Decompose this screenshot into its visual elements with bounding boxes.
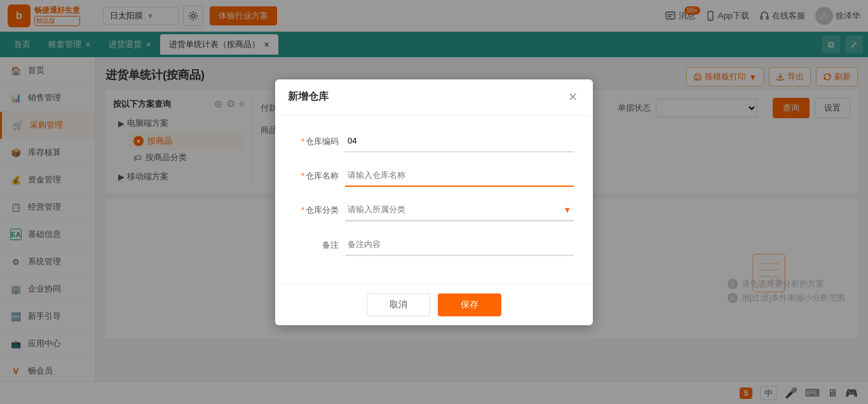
remark-field: 备注 [294,234,574,256]
save-button[interactable]: 保存 [438,293,501,316]
add-warehouse-modal: 新增仓库 ✕ 仓库编码 仓库名称 仓库分类 ▼ [275,79,593,325]
modal-footer: 取消 保存 [275,284,593,325]
warehouse-cat-input[interactable] [345,199,574,221]
warehouse-name-input[interactable] [345,165,574,187]
modal-title: 新增仓库 [288,90,329,104]
warehouse-code-label: 仓库编码 [294,136,345,147]
warehouse-name-label: 仓库名称 [294,170,345,182]
remark-input[interactable] [345,234,574,256]
warehouse-cat-wrapper: ▼ [345,199,574,222]
modal-close-btn[interactable]: ✕ [565,90,580,105]
cancel-button[interactable]: 取消 [367,293,430,316]
warehouse-code-field: 仓库编码 [294,131,574,152]
warehouse-cat-label: 仓库分类 [294,205,345,216]
warehouse-cat-field: 仓库分类 ▼ [294,199,574,222]
modal-header: 新增仓库 ✕ [275,79,593,116]
modal-overlay: 新增仓库 ✕ 仓库编码 仓库名称 仓库分类 ▼ [0,0,868,404]
warehouse-code-input[interactable] [345,131,574,152]
modal-body: 仓库编码 仓库名称 仓库分类 ▼ 备注 [275,116,593,284]
remark-label: 备注 [294,239,345,251]
warehouse-name-field: 仓库名称 [294,165,574,187]
